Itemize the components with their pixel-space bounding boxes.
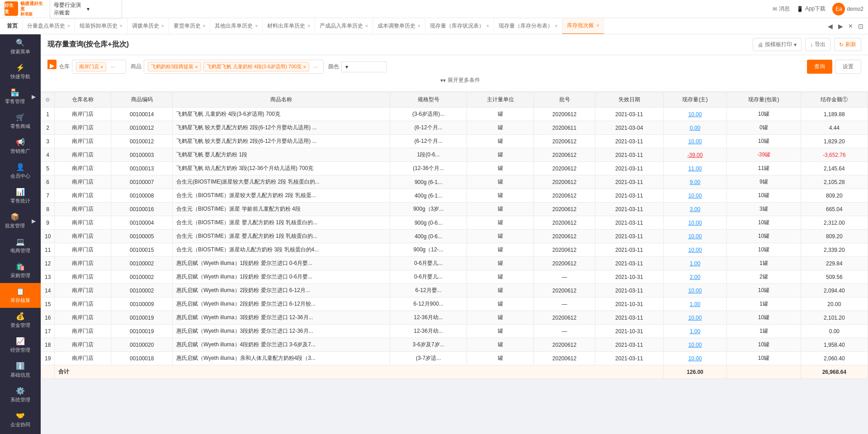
cell-name: 合生元（BIOSTIME）派星幼儿配方奶粉 3段 乳核蛋白的4... [172, 243, 390, 257]
wholesale-arrow: ▶ [32, 218, 36, 224]
tab-cailiaochu[interactable]: 材料出库单历史 × [263, 18, 315, 34]
goods-input[interactable]: 飞鹤奶粉3段两提装 × 飞鹤星飞帆 儿童奶粉 4段(3-6岁适用) 700克 ×… [144, 60, 324, 74]
cell-amount: 2,339.20 [801, 243, 868, 257]
cell-spec: 400g (0-6... [390, 230, 467, 243]
tab-chengben[interactable]: 成本调整单历史 × [373, 18, 425, 34]
cell-code: 00100019 [111, 325, 172, 338]
cell-code: 00100002 [111, 270, 172, 284]
sidebar-item-basic[interactable]: ℹ️ 基础信息 [0, 358, 41, 382]
setting-button[interactable]: 设置 [835, 60, 861, 74]
cell-spec: 1段(0-6... [390, 148, 467, 162]
cell-code: 00100004 [111, 216, 172, 230]
cell-spec: (6-12个月... [390, 135, 467, 148]
tab-close-xiancun-status[interactable]: × [486, 24, 489, 28]
sidebar-item-stats[interactable]: 📊 零售统计 [0, 184, 41, 208]
tab-home[interactable]: 首页 [2, 18, 23, 34]
th-settings[interactable]: ⚙ [41, 92, 55, 108]
sidebar-item-mgmt[interactable]: 📈 经营管理 [0, 333, 41, 358]
refresh-button[interactable]: ↻ 刷新 [834, 38, 861, 51]
warehouse-input[interactable]: 南岸门店 × ··· [72, 60, 126, 74]
stats-icon: 📊 [16, 188, 25, 196]
tab-close-kucun-batch[interactable]: × [596, 23, 599, 28]
sidebar-item-guide[interactable]: 🎯 新手引导 [0, 432, 41, 434]
cell-spec: 900g (6-1... [390, 175, 467, 189]
color-input[interactable]: ▾ [341, 61, 387, 72]
tab-fenliang[interactable]: 分量盘点单历史 × [23, 18, 75, 34]
table-row: 13 南岸门店 00100002 惠氏启赋（Wyeth illuma）1段奶粉 … [41, 270, 868, 284]
sidebar-item-collab[interactable]: 🤝 企业协同 [0, 407, 41, 432]
company-selector[interactable]: 母婴行业演示账套 ▾ [50, 0, 122, 19]
cell-qty-main: -39.00 [663, 148, 727, 162]
tab-expand[interactable]: ⊡ [856, 22, 866, 31]
cell-expiry: 2021-03-11 [595, 230, 663, 243]
tab-close-xiancun-dist[interactable]: × [555, 24, 558, 28]
goods-tag-2-close[interactable]: × [303, 64, 306, 70]
sidebar-item-ecom[interactable]: 💻 电商管理 [0, 233, 41, 258]
sidebar-item-inventory[interactable]: 📋 库存核算 [0, 283, 41, 308]
sidebar: 🔍 搜索英单 ⚡ 快捷导航 🏪 零售管理 ▶ 🛒 零售商城 📢 营销推广 👤 会… [0, 34, 41, 434]
sidebar-item-marketing[interactable]: 📢 营销推广 [0, 134, 41, 159]
cell-amount: 4.44 [801, 121, 868, 135]
top-header: 好生意 畅捷通好生意 标准版 母婴行业演示账套 ▾ ✉ 消息 📱 App下载 E… [0, 0, 868, 18]
expand-more-conditions[interactable]: ▾▾ 展开更多条件 [59, 74, 861, 87]
filter-warehouse: 仓库 南岸门店 × ··· [59, 60, 126, 74]
cell-code: 00100016 [111, 203, 172, 216]
cell-amount: 1,958.40 [801, 338, 868, 352]
tab-close-chengben[interactable]: × [418, 24, 420, 28]
warehouse-more-btn[interactable]: ··· [108, 64, 117, 70]
warehouse-tag-close[interactable]: × [100, 64, 103, 70]
print-button[interactable]: 🖨 按模板打印 ▾ [753, 38, 802, 51]
user-area[interactable]: Ea demo2 [832, 3, 863, 15]
sidebar-item-system[interactable]: ⚙️ 系统管理 [0, 382, 41, 407]
sidebar-item-finance[interactable]: 💰 资金管理 [0, 308, 41, 333]
settings-gear-icon[interactable]: ⚙ [45, 97, 50, 103]
tab-close-cailiaochu[interactable]: × [307, 24, 310, 28]
cell-expiry: 2021-03-11 [595, 243, 663, 257]
th-warehouse: 仓库名称 [55, 92, 111, 108]
total-qty-pkg [727, 365, 801, 379]
tab-qitachu[interactable]: 其他出库单历史 × [210, 18, 263, 34]
export-button[interactable]: ↓ 导出 [805, 38, 830, 51]
tab-close-diaoba[interactable]: × [161, 24, 164, 28]
th-expiry: 失效日期 [595, 92, 663, 108]
query-button[interactable]: 查询 [807, 60, 832, 74]
sidebar-item-shop[interactable]: 🛒 零售商城 [0, 109, 41, 134]
tab-close-fenliang[interactable]: × [67, 24, 70, 28]
cell-qty-pkg: 10罐 [727, 284, 801, 297]
tab-zuzhuang[interactable]: 组装拆卸单历史 × [75, 18, 127, 34]
tab-yaohuo[interactable]: 要货单历史 × [169, 18, 211, 34]
tab-xiancun-status[interactable]: 现存量（库存状况表） × [425, 18, 494, 34]
cell-qty-pkg: 10罐 [727, 108, 801, 121]
tab-prev-arrow[interactable]: ◀ [826, 22, 835, 31]
cell-no: 6 [41, 175, 55, 189]
cell-warehouse: 南岸门店 [55, 311, 111, 325]
tab-diaoba[interactable]: 调拨单历史 × [127, 18, 169, 34]
cell-name: 合生元（BIOSTIME）派星 婴儿配方奶粉 1段 乳核蛋白的... [172, 230, 390, 243]
tab-kucun-batch[interactable]: 库存批次账 × [562, 18, 604, 34]
sidebar-item-purchase[interactable]: 🛍️ 采购管理 [0, 258, 41, 283]
tab-close-all[interactable]: × [846, 21, 855, 31]
tab-close-chanchenpin[interactable]: × [365, 24, 368, 28]
tab-chanchenpin[interactable]: 产成品入库单历史 × [315, 18, 373, 34]
member-icon: 👤 [16, 163, 25, 171]
app-download-btn[interactable]: 📱 App下载 [797, 5, 826, 13]
cell-amount: 1,189.88 [801, 108, 868, 121]
sidebar-item-nav[interactable]: ⚡ 快捷导航 [0, 59, 41, 84]
collab-icon: 🤝 [16, 411, 25, 420]
goods-tag-1-close[interactable]: × [195, 64, 198, 70]
sidebar-item-retail-mgmt[interactable]: 🏪 零售管理 ▶ [0, 84, 41, 109]
tab-close-qitachu[interactable]: × [255, 24, 258, 28]
sidebar-item-member[interactable]: 👤 会员中心 [0, 159, 41, 184]
goods-more-btn[interactable]: ··· [311, 64, 320, 70]
tab-close-yaohuo[interactable]: × [203, 24, 206, 28]
cell-qty-pkg: 2罐 [727, 270, 801, 284]
tab-close-zuzhuang[interactable]: × [120, 24, 123, 28]
sidebar-item-search[interactable]: 🔍 搜索英单 [0, 34, 41, 59]
tab-next-arrow[interactable]: ▶ [836, 22, 845, 31]
tab-xiancun-dist[interactable]: 现存量（库存分布表） × [494, 18, 563, 34]
sidebar-item-wholesale[interactable]: 📦 批发管理 ▶ [0, 208, 41, 233]
cell-unit: 罐 [467, 257, 534, 270]
filter-expand-arrow[interactable]: ▶ [47, 60, 57, 69]
message-btn[interactable]: ✉ 消息 [773, 5, 790, 13]
table-container: ⚙ 仓库名称 商品编码 商品名称 规格型号 主计量单位 批号 失效日期 现存量(… [41, 92, 868, 434]
